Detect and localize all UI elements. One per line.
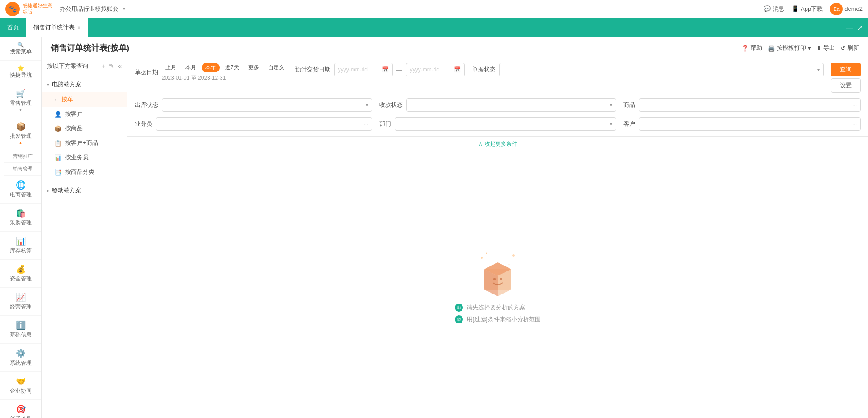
scheme-add-button[interactable]: +: [102, 62, 105, 70]
payment-status-arrow-icon: ▾: [610, 103, 612, 108]
top-bar-right: 💬 消息 📱 App下载 Ea demo2: [764, 3, 863, 15]
scheme-item-by-goods-category[interactable]: 📑 按商品分类: [42, 165, 127, 179]
ship-status-select[interactable]: ▾: [162, 98, 372, 112]
print-icon: 🖨️: [768, 45, 775, 52]
date-tab-this-month[interactable]: 本月: [182, 63, 200, 72]
print-button[interactable]: 🖨️ 按模板打印 ▾: [768, 44, 811, 52]
basic-icon: ℹ️: [16, 320, 26, 330]
salesman-select[interactable]: ···: [156, 117, 372, 131]
sidebar-item-enterprise[interactable]: 🤝 企业协同: [0, 372, 41, 400]
scheme-item-by-order[interactable]: ○ 按单: [42, 92, 127, 107]
goods-select[interactable]: ···: [639, 98, 861, 112]
print-dropdown-icon[interactable]: ▾: [808, 45, 811, 52]
tab-sales-order-stats[interactable]: 销售订单统计表 ×: [26, 18, 88, 37]
scheme-group-arrow-icon: ▾: [47, 82, 49, 87]
date-tab-more[interactable]: 更多: [245, 63, 263, 72]
avatar: Ea: [830, 3, 843, 15]
tab-bar-right: — ⤢: [846, 24, 868, 32]
empty-hints: ① 请先选择要分析的方案 ② 用[过滤]条件来缩小分析范围: [455, 304, 540, 323]
collapse-bar[interactable]: ∧ 收起更多条件: [127, 137, 868, 152]
doc-status-select[interactable]: ▾: [499, 63, 824, 76]
nav-search[interactable]: 🔍 搜索菜单: [0, 37, 41, 61]
sidebar-item-basic[interactable]: ℹ️ 基础信息: [0, 316, 41, 344]
finance-icon: 💰: [16, 264, 26, 274]
scheme-item-by-customer[interactable]: 👤 按客户: [42, 107, 127, 121]
date-separator: —: [396, 66, 402, 73]
scheme-header-label: 按以下方案查询: [47, 62, 88, 70]
ship-status-arrow-icon: ▾: [366, 103, 368, 108]
top-bar-left: 🐾 畅捷通好生意 标版 办公用品行业模拟账套 ▾: [5, 2, 125, 16]
date-tab-last-month[interactable]: 上月: [162, 63, 180, 72]
export-icon: ⬇: [816, 45, 821, 52]
results-area: ① 请先选择要分析的方案 ② 用[过滤]条件来缩小分析范围: [127, 152, 868, 418]
sidebar-item-retail[interactable]: 🛒 零售管理 ▾: [0, 84, 41, 117]
help-icon: ❓: [741, 45, 749, 52]
scheme-header-icons: + ✎ «: [102, 62, 122, 70]
filter-buttons: 查询 设置: [831, 63, 861, 93]
sidebar-item-newbie[interactable]: 🎯 新手引导: [0, 400, 41, 418]
customer-select[interactable]: ···: [639, 117, 861, 131]
doc-status-arrow-icon: ▾: [817, 67, 820, 72]
department-arrow-icon: ▾: [610, 122, 612, 127]
help-button[interactable]: ❓ 帮助: [741, 44, 762, 52]
sidebar-item-operation[interactable]: 📈 经营管理: [0, 288, 41, 316]
tab-home[interactable]: 首页: [0, 18, 26, 37]
expected-date-start[interactable]: yyyy-mm-dd 📅: [334, 63, 393, 76]
salesman-more-icon[interactable]: ···: [364, 122, 368, 127]
query-button[interactable]: 查询: [831, 63, 861, 76]
user-avatar[interactable]: Ea demo2: [830, 3, 863, 15]
scheme-edit-button[interactable]: ✎: [109, 62, 114, 70]
empty-hint-1: ① 请先选择要分析的方案: [455, 304, 540, 312]
scheme-item-by-customer-goods[interactable]: 📋 按客户+商品: [42, 136, 127, 150]
scheme-by-salesman-icon: 📊: [54, 154, 61, 161]
payment-status-label: 收款状态: [379, 101, 403, 109]
message-button[interactable]: 💬 消息: [764, 5, 784, 13]
scheme-item-by-goods[interactable]: 📦 按商品: [42, 121, 127, 136]
scheme-group-mobile-header[interactable]: ▸ 移动端方案: [42, 183, 127, 198]
sidebar-item-purchase[interactable]: 🛍️ 采购管理: [0, 204, 41, 232]
date-range-text: 2023-01-01 至 2023-12-31: [162, 74, 288, 82]
sidebar-item-sales[interactable]: 销售管理: [4, 163, 41, 176]
app-download-button[interactable]: 📱 App下载: [792, 5, 823, 13]
system-icon: ⚙️: [16, 348, 26, 358]
empty-illustration: [473, 247, 523, 296]
export-button[interactable]: ⬇ 导出: [816, 44, 835, 52]
refresh-button[interactable]: ↺ 刷新: [840, 44, 859, 52]
payment-status-select[interactable]: ▾: [406, 98, 617, 112]
doc-status-label: 单据状态: [472, 66, 495, 74]
ecommerce-icon: 🌐: [16, 180, 26, 190]
department-select[interactable]: ▾: [395, 117, 617, 131]
sidebar-item-wholesale[interactable]: 📦 批发管理 ▴: [0, 117, 41, 150]
sidebar-item-finance[interactable]: 💰 资金管理: [0, 260, 41, 288]
scheme-item-by-salesman[interactable]: 📊 按业务员: [42, 150, 127, 165]
main-area: 🔍 搜索菜单 ⭐ 快捷导航 🛒 零售管理 ▾ 📦 批发管理 ▴ 营销推广 销售管…: [0, 37, 868, 418]
setting-button[interactable]: 设置: [831, 78, 861, 93]
goods-more-icon[interactable]: ···: [853, 103, 857, 108]
sidebar-item-inventory[interactable]: 📊 库存核算: [0, 232, 41, 260]
nav-quick[interactable]: ⭐ 快捷导航: [0, 61, 41, 84]
sidebar-item-system[interactable]: ⚙️ 系统管理: [0, 344, 41, 372]
date-tabs: 上月 本月 本年 近7天 更多 自定义: [162, 63, 288, 72]
nav-sidebar: 🔍 搜索菜单 ⭐ 快捷导航 🛒 零售管理 ▾ 📦 批发管理 ▴ 营销推广 销售管…: [0, 37, 42, 418]
empty-state: ① 请先选择要分析的方案 ② 用[过滤]条件来缩小分析范围: [455, 247, 540, 323]
scheme-group-pc-header[interactable]: ▾ 电脑端方案: [42, 77, 127, 92]
sidebar-item-ecommerce[interactable]: 🌐 电商管理: [0, 176, 41, 204]
date-tab-this-year[interactable]: 本年: [202, 63, 220, 72]
sidebar-item-marketing[interactable]: 营销推广: [4, 150, 41, 163]
tab-close-icon[interactable]: ×: [77, 24, 80, 31]
scheme-mobile-arrow-icon: ▸: [47, 188, 49, 193]
customer-more-icon[interactable]: ···: [853, 122, 857, 127]
tab-minimize-button[interactable]: —: [846, 24, 853, 32]
search-icon: 🔍: [17, 42, 24, 48]
expected-date-end[interactable]: yyyy-mm-dd 📅: [406, 63, 465, 76]
date-tab-last-7-days[interactable]: 近7天: [222, 63, 243, 72]
date-tab-custom[interactable]: 自定义: [264, 63, 288, 72]
scheme-collapse-button[interactable]: «: [118, 62, 122, 70]
tab-maximize-button[interactable]: ⤢: [857, 24, 863, 32]
collapse-icon: ∧: [478, 141, 484, 147]
right-panel: 单据日期 上月 本月 本年 近7天 更多 自定义 20: [127, 57, 868, 418]
calendar-icon: 📅: [382, 66, 389, 73]
app-title-dropdown-icon[interactable]: ▾: [123, 6, 125, 11]
department-label: 部门: [379, 120, 391, 128]
salesman-label: 业务员: [135, 120, 152, 128]
